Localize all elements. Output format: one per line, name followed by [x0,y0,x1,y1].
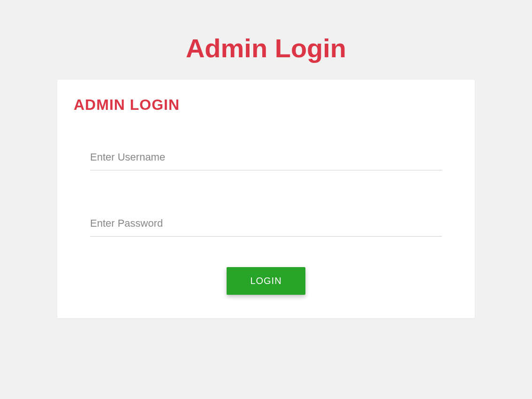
card-heading: ADMIN LOGIN [74,96,458,114]
login-button[interactable]: LOGIN [227,267,305,295]
button-row: LOGIN [90,267,442,295]
page-title: Admin Login [0,33,532,63]
username-input[interactable] [90,146,442,170]
login-form: LOGIN [74,146,458,295]
login-card: ADMIN LOGIN LOGIN [57,80,475,318]
password-input[interactable] [90,213,442,237]
